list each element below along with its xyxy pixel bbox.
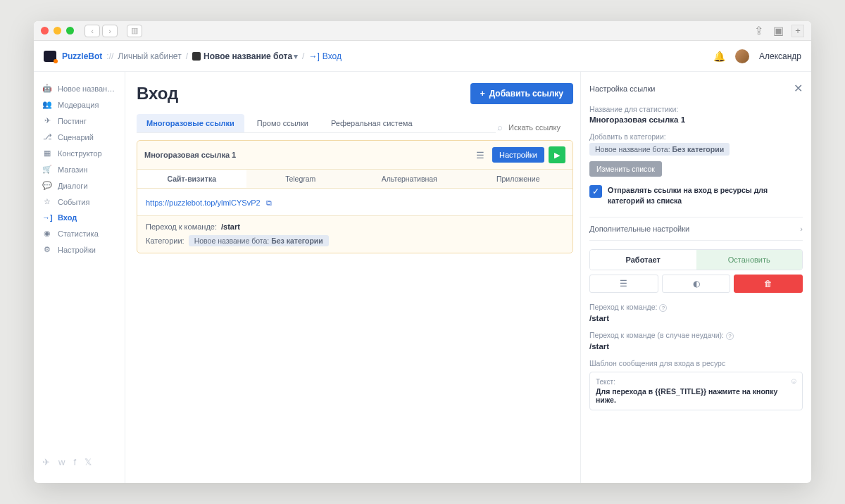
status-stop-button[interactable]: Остановить bbox=[696, 250, 803, 270]
sidebar-item-label: Диалоги bbox=[58, 182, 88, 190]
sidebar-item-8[interactable]: →]Вход bbox=[34, 210, 125, 225]
copy-icon[interactable]: ⧉ bbox=[266, 199, 272, 208]
page-title: Вход bbox=[137, 84, 178, 103]
telegram-icon[interactable]: ✈ bbox=[42, 457, 50, 467]
sidebar-item-7[interactable]: ☆События bbox=[34, 194, 125, 210]
panel-title: Настройка ссылки bbox=[589, 84, 656, 93]
titlebar: ‹ › ▥ ⇪ ▣ + bbox=[34, 21, 811, 41]
share-icon[interactable]: ⇪ bbox=[752, 25, 765, 37]
action-delete-button[interactable]: 🗑 bbox=[734, 275, 803, 293]
sidebar-item-10[interactable]: ⚙Настройки bbox=[34, 241, 125, 258]
link-card-title: Многоразовая ссылка 1 bbox=[144, 151, 236, 159]
avatar[interactable] bbox=[735, 49, 749, 63]
link-settings-button[interactable]: Настройки bbox=[492, 147, 544, 163]
goto-cmd-value: /start bbox=[589, 314, 803, 322]
nav-forward-button[interactable]: › bbox=[102, 25, 118, 37]
link-type-tabs: Многоразовые ссылкиПромо ссылкиРеферальн… bbox=[137, 114, 496, 133]
sidebar-item-label: Модерация bbox=[58, 101, 99, 109]
change-list-button[interactable]: Изменить список bbox=[589, 161, 662, 177]
breadcrumb-current[interactable]: Вход bbox=[323, 51, 342, 61]
new-tab-button[interactable]: + bbox=[791, 25, 804, 37]
minimize-window-icon[interactable] bbox=[54, 27, 61, 34]
link-subtab-2[interactable]: Альтернативная bbox=[355, 170, 464, 188]
play-button[interactable]: ▶ bbox=[549, 146, 565, 163]
help-icon[interactable]: ? bbox=[659, 304, 667, 312]
bot-icon bbox=[192, 52, 201, 61]
link-subtab-1[interactable]: Telegram bbox=[246, 170, 356, 188]
sidebar: 🤖Новое назван…👥Модерация✈Постинг⎇Сценари… bbox=[34, 72, 125, 483]
sidebar-icon: ⚙ bbox=[42, 245, 52, 254]
sidebar-icon: 👥 bbox=[42, 100, 52, 109]
sidebar-item-label: События bbox=[58, 198, 89, 206]
sidebar-item-2[interactable]: ✈Постинг bbox=[34, 113, 125, 129]
plus-icon: + bbox=[480, 89, 485, 99]
action-schedule-button[interactable]: ◐ bbox=[662, 275, 731, 293]
main-content: Вход + Добавить ссылку Многоразовые ссыл… bbox=[125, 72, 580, 483]
sidebar-icon: 💬 bbox=[42, 181, 52, 190]
sidebar-item-0[interactable]: 🤖Новое назван… bbox=[34, 80, 125, 96]
close-icon[interactable]: ✕ bbox=[794, 82, 803, 95]
sidebar-icon: ⎇ bbox=[42, 132, 52, 141]
link-subtab-3[interactable]: Приложение bbox=[464, 170, 573, 188]
template-section-label: Шаблон сообщения для входа в ресурс bbox=[589, 359, 803, 367]
status-toggle: Работает Остановить bbox=[589, 249, 803, 270]
send-links-checkbox[interactable]: ✓ bbox=[589, 185, 602, 198]
link-subtab-0[interactable]: Сайт-визитка bbox=[137, 170, 246, 188]
tabs-icon[interactable]: ▣ bbox=[772, 25, 784, 37]
topbar: PuzzleBot :// Личный кабинет / Новое наз… bbox=[34, 41, 811, 72]
sidebar-item-label: Сценарий bbox=[58, 133, 94, 141]
chevron-down-icon[interactable]: ▾ bbox=[294, 51, 298, 61]
sidebar-item-3[interactable]: ⎇Сценарий bbox=[34, 129, 125, 145]
sidebar-item-label: Постинг bbox=[58, 117, 87, 125]
notifications-icon[interactable]: 🔔 bbox=[713, 51, 725, 62]
tab-1[interactable]: Промо ссылки bbox=[247, 114, 318, 132]
extra-settings-toggle[interactable]: Дополнительные настройки › bbox=[589, 217, 803, 241]
category-chip-panel[interactable]: Новое название бота: Без категории bbox=[589, 143, 730, 156]
close-window-icon[interactable] bbox=[41, 27, 49, 34]
nav-back-button[interactable]: ‹ bbox=[84, 25, 100, 37]
goto-fail-value: /start bbox=[589, 342, 803, 351]
sidebar-item-5[interactable]: 🛒Магазин bbox=[34, 161, 125, 177]
breadcrumb-bot[interactable]: Новое название бота bbox=[204, 51, 292, 61]
link-url[interactable]: https://puzzlebot.top/ylmlCYSvP2 ⧉ bbox=[146, 199, 272, 208]
link-card: Многоразовая ссылка 1 ☰ Настройки ▶ Сайт… bbox=[137, 140, 573, 253]
sidebar-item-label: Настройки bbox=[58, 246, 96, 254]
facebook-icon[interactable]: f bbox=[73, 457, 76, 467]
goto-command-label: Переход к команде: bbox=[146, 222, 217, 231]
tab-2[interactable]: Реферальная система bbox=[321, 114, 423, 132]
sidebar-item-9[interactable]: ◉Статистика bbox=[34, 225, 125, 241]
goto-cmd-label: Переход к команде:? bbox=[589, 303, 803, 312]
vk-icon[interactable]: w bbox=[58, 457, 65, 467]
sidebar-icon: ✈ bbox=[42, 116, 52, 125]
emoji-icon[interactable]: ☺ bbox=[790, 377, 798, 385]
sidebar-toggle-icon[interactable]: ▥ bbox=[127, 25, 142, 37]
twitter-icon[interactable]: 𝕏 bbox=[84, 457, 92, 467]
tab-0[interactable]: Многоразовые ссылки bbox=[137, 114, 244, 132]
add-link-button[interactable]: + Добавить ссылку bbox=[470, 83, 573, 104]
username: Александр bbox=[759, 51, 801, 61]
breadcrumb-dashboard[interactable]: Личный кабинет bbox=[118, 51, 181, 61]
settings-panel: Настройка ссылки ✕ Название для статисти… bbox=[580, 72, 811, 483]
sidebar-item-label: Конструктор bbox=[58, 149, 102, 158]
sidebar-item-label: Новое назван… bbox=[58, 84, 115, 93]
maximize-window-icon[interactable] bbox=[66, 27, 74, 34]
add-category-label: Добавить в категории: bbox=[589, 132, 803, 141]
list-icon[interactable]: ☰ bbox=[472, 147, 488, 163]
social-links: ✈ w f 𝕏 bbox=[34, 450, 125, 474]
help-icon[interactable]: ? bbox=[726, 332, 734, 340]
status-working-button[interactable]: Работает bbox=[590, 250, 696, 270]
sidebar-icon: 🤖 bbox=[42, 84, 52, 93]
action-list-button[interactable]: ☰ bbox=[589, 275, 658, 293]
sidebar-icon: ▦ bbox=[42, 149, 52, 158]
link-sub-tabs: Сайт-визиткаTelegramАльтернативнаяПрилож… bbox=[137, 169, 572, 189]
sidebar-item-label: Статистика bbox=[58, 229, 99, 238]
template-text-box[interactable]: Текст: Для перехода в {{RES_TITLE}} нажм… bbox=[589, 372, 803, 410]
sidebar-item-1[interactable]: 👥Модерация bbox=[34, 96, 125, 113]
sidebar-icon: ☆ bbox=[42, 197, 52, 206]
search-input[interactable] bbox=[496, 121, 573, 134]
category-chip[interactable]: Новое название бота: Без категории bbox=[189, 235, 329, 246]
template-text-value: Для перехода в {{RES_TITLE}} нажмите на … bbox=[596, 387, 796, 404]
sidebar-item-6[interactable]: 💬Диалоги bbox=[34, 177, 125, 194]
stat-name-label: Название для статистики: bbox=[589, 105, 803, 113]
sidebar-item-4[interactable]: ▦Конструктор bbox=[34, 145, 125, 161]
